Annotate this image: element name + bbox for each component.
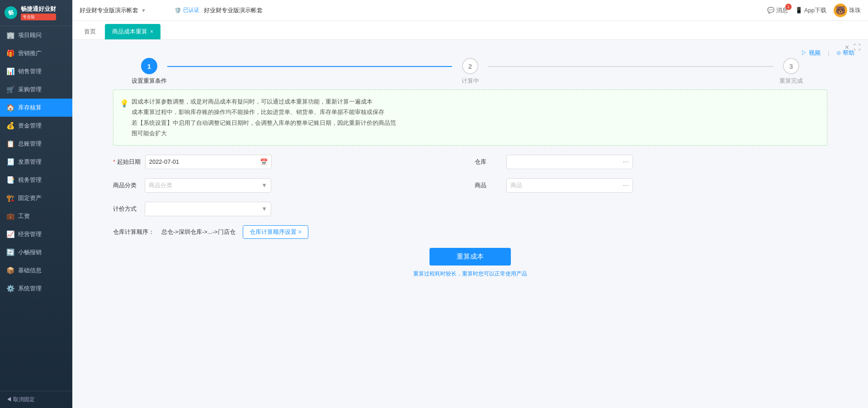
account-selector[interactable]: 好业财专业版演示帐套 ▼	[80, 6, 170, 14]
warehouse-field: 仓库 ···	[475, 155, 827, 169]
sidebar-label-invoice: 发票管理	[18, 158, 42, 166]
connector-1-2	[167, 66, 452, 67]
category-field: 商品分类 商品分类 ▼	[113, 178, 466, 193]
sidebar-item-expense[interactable]: 🔄 小畅报销	[0, 243, 72, 261]
price-method-field: 计价方式 ▼	[113, 202, 466, 216]
user-name: 珠珠	[849, 6, 861, 14]
notice-line4: 围可能会扩大	[132, 128, 820, 138]
phone-icon: 📱	[795, 7, 802, 14]
recalc-hint: 重算过程耗时较长，重算时您可以正常使用产品	[413, 270, 527, 278]
sidebar-item-sales[interactable]: 📊 销售管理	[0, 62, 72, 81]
step-1: 1 设置重算条件	[131, 58, 167, 85]
verified-label: 已认证	[183, 6, 199, 14]
sidebar-unpin[interactable]: ◀ 取消固定	[0, 391, 72, 408]
video-link[interactable]: ▷ 视频	[801, 49, 821, 57]
content-area: × ⛶ ▷ 视频 | ⊙ 帮助 1 设置重算条件 2	[72, 40, 868, 408]
warehouse-order-settings-button[interactable]: 仓库计算顺序设置 >	[243, 225, 308, 239]
app-logo: 畅	[5, 6, 17, 19]
sidebar-label-project: 项目顾问	[18, 31, 42, 39]
sidebar-item-marketing[interactable]: 🎁 营销推广	[0, 44, 72, 62]
sidebar-scroll: 🏢 项目顾问 🎁 营销推广 📊 销售管理 🛒 采购管理 🏠 库存核算 💰 资金管…	[0, 26, 72, 391]
start-date-input[interactable]: 2022-07-01 📅	[145, 155, 272, 169]
inventory-icon: 🏠	[6, 104, 14, 112]
tab-home-label: 首页	[84, 28, 96, 35]
sidebar-label-basic: 基础信息	[18, 266, 42, 275]
category-select[interactable]: 商品分类 ▼	[145, 178, 271, 193]
topbar: 好业财专业版演示帐套 ▼ 🛡️ 已认证 好业财专业版演示帐套 💬 消息 1 📱 …	[72, 0, 868, 21]
operation-icon: 📈	[6, 230, 14, 238]
sidebar-item-inventory[interactable]: 🏠 库存核算	[0, 99, 72, 117]
sidebar-item-accounting[interactable]: 📋 总账管理	[0, 135, 72, 153]
sidebar: 畅 畅捷通好业财 专业版 🏢 项目顾问 🎁 营销推广 📊 销售管理 🛒 采购管理…	[0, 0, 72, 408]
warehouse-settings-label: 仓库计算顺序设置 >	[250, 228, 302, 236]
sidebar-item-system[interactable]: ⚙️ 系统管理	[0, 280, 72, 298]
main-area: 好业财专业版演示帐套 ▼ 🛡️ 已认证 好业财专业版演示帐套 💬 消息 1 📱 …	[72, 0, 868, 408]
verified-account-name: 好业财专业版演示帐套	[204, 6, 263, 14]
sidebar-item-assets[interactable]: 🏗️ 固定资产	[0, 189, 72, 207]
sidebar-label-operation: 经营管理	[18, 230, 42, 238]
app-title: 畅捷通好业财	[21, 5, 56, 13]
recalc-btn-label: 重算成本	[457, 252, 484, 260]
step-1-circle: 1	[141, 58, 157, 74]
help-link[interactable]: ⊙ 帮助	[836, 49, 854, 57]
sidebar-item-project[interactable]: 🏢 项目顾问	[0, 26, 72, 44]
step-3-circle: 3	[783, 58, 799, 74]
form-row-2: 商品分类 商品分类 ▼ 商品 商品 ···	[113, 178, 827, 193]
tab-home[interactable]: 首页	[77, 24, 103, 39]
notice-line3: 若【系统设置】中启用了自动调整记账日期时，会调整入库单的整单记账日期，因此重新计…	[132, 118, 820, 128]
help-links: ▷ 视频 | ⊙ 帮助	[801, 49, 854, 57]
product-field: 商品 商品 ···	[475, 178, 827, 193]
tax-icon: 📑	[6, 176, 14, 184]
category-placeholder: 商品分类	[149, 181, 172, 190]
recalc-button[interactable]: 重算成本	[429, 248, 511, 266]
tab-close-icon[interactable]: ×	[150, 28, 153, 35]
step-1-num: 1	[147, 62, 151, 70]
accounting-icon: 📋	[6, 140, 14, 148]
sidebar-item-purchase[interactable]: 🛒 采购管理	[0, 81, 72, 99]
user-menu[interactable]: 🐻 珠珠	[834, 4, 861, 17]
sidebar-item-finance[interactable]: 💰 资金管理	[0, 117, 72, 135]
step-3: 3 重算完成	[773, 58, 809, 85]
unpin-label: ◀ 取消固定	[6, 396, 35, 403]
sidebar-item-basic[interactable]: 📦 基础信息	[0, 261, 72, 280]
sidebar-label-purchase: 采购管理	[18, 85, 42, 94]
warehouse-order-label: 仓库计算顺序：	[113, 228, 154, 236]
basic-icon: 📦	[6, 266, 14, 275]
sidebar-item-invoice[interactable]: 🧾 发票管理	[0, 153, 72, 171]
finance-icon: 💰	[6, 122, 14, 130]
step-3-num: 3	[789, 62, 793, 70]
sidebar-header: 畅 畅捷通好业财 专业版	[0, 0, 72, 26]
sidebar-label-salary: 工资	[18, 212, 30, 220]
steps: 1 设置重算条件 2 计算中 3 重算完成	[86, 49, 854, 85]
verified-badge: 🛡️ 已认证	[175, 6, 199, 14]
warehouse-input[interactable]: ···	[506, 155, 633, 169]
notice-line2: 成本重算过程中，影响库存账的操作均不能操作，比如进货单、销货单、库存单据不能审核…	[132, 107, 820, 117]
sidebar-label-tax: 税务管理	[18, 176, 42, 184]
avatar: 🐻	[834, 4, 847, 17]
sidebar-label-marketing: 营销推广	[18, 49, 42, 57]
sidebar-label-inventory: 库存核算	[18, 104, 42, 112]
form-row-3: 计价方式 ▼	[113, 202, 827, 216]
message-icon: 💬	[767, 7, 774, 14]
product-placeholder: 商品	[510, 181, 522, 190]
price-method-dropdown-icon: ▼	[261, 205, 267, 212]
price-method-select[interactable]: ▼	[145, 202, 271, 216]
sidebar-label-finance: 资金管理	[18, 122, 42, 130]
app-download-button[interactable]: 📱 App下载	[795, 6, 826, 14]
expense-icon: 🔄	[6, 248, 14, 256]
purchase-icon: 🛒	[6, 85, 14, 94]
project-icon: 🏢	[6, 31, 14, 39]
warehouse-label: 仓库	[475, 158, 502, 166]
notice-box: 💡 因成本计算参数调整，或是对商品成本有疑问时，可以通过成本重算功能，重新计算一…	[113, 90, 827, 146]
account-name: 好业财专业版演示帐套	[80, 6, 138, 14]
step-3-label: 重算完成	[779, 77, 803, 85]
sidebar-item-salary[interactable]: 💼 工资	[0, 207, 72, 225]
message-button[interactable]: 💬 消息 1	[767, 6, 788, 14]
maximize-window-icon[interactable]: ⛶	[854, 43, 861, 52]
sidebar-item-operation[interactable]: 📈 经营管理	[0, 225, 72, 243]
app-subtitle: 专业版	[21, 14, 56, 20]
product-input[interactable]: 商品 ···	[506, 178, 633, 193]
calendar-icon: 📅	[260, 158, 268, 166]
sidebar-item-tax[interactable]: 📑 税务管理	[0, 171, 72, 189]
tab-cost-recalc[interactable]: 商品成本重算 ×	[105, 24, 160, 39]
